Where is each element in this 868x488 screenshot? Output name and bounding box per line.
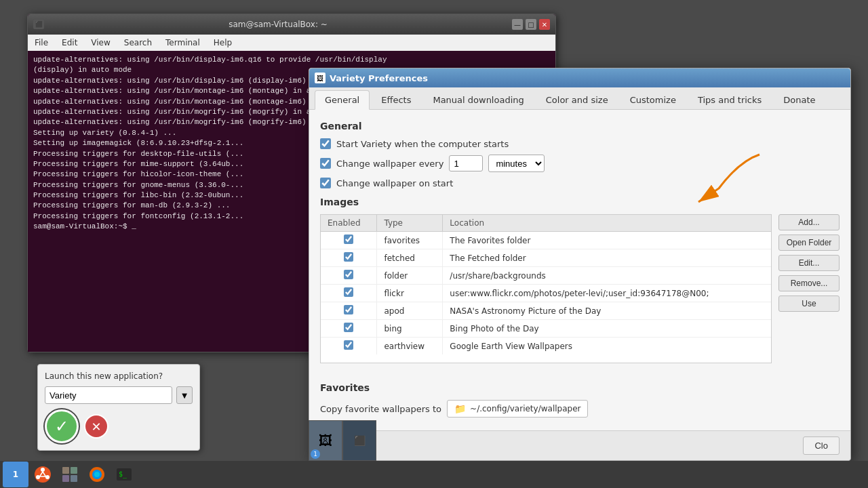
row-enabled-checkbox[interactable] xyxy=(344,287,353,297)
change-wallpaper-checkbox[interactable] xyxy=(320,158,331,169)
table-row: favorites The Favorites folder xyxy=(321,232,771,249)
images-table-wrapper: Enabled Type Location favorites The Favo… xyxy=(320,214,772,371)
interval-value-input[interactable] xyxy=(449,155,483,171)
row-location: The Fetched folder xyxy=(443,249,771,267)
row-enabled-checkbox[interactable] xyxy=(344,340,353,350)
col-location: Location xyxy=(443,215,771,232)
add-button[interactable]: Add... xyxy=(778,214,840,230)
variety-icon: 🖼 xyxy=(315,73,326,83)
favorites-row: Copy favorite wallpapers to 📁 ~/.config/… xyxy=(320,400,840,418)
firefox-btn[interactable] xyxy=(84,462,110,487)
table-row: fetched The Fetched folder xyxy=(321,249,771,267)
tab-tips-and-tricks[interactable]: Tips and tricks xyxy=(688,90,772,109)
table-row: bing Bing Photo of the Day xyxy=(321,320,771,338)
row-location: Google Earth View Wallpapers xyxy=(443,338,771,355)
row-type: favorites xyxy=(377,232,443,249)
variety-tabs: General Effects Manual downloading Color… xyxy=(309,87,850,110)
favorites-section-title: Favorites xyxy=(320,382,840,393)
terminal-menu-terminal[interactable]: Terminal xyxy=(161,37,204,49)
col-enabled: Enabled xyxy=(321,215,377,232)
launch-app-input[interactable] xyxy=(45,386,172,404)
gallery-thumbnail-btn[interactable] xyxy=(57,462,83,487)
tab-effects[interactable]: Effects xyxy=(371,90,421,109)
images-area: Enabled Type Location favorites The Favo… xyxy=(320,214,840,371)
change-on-start-row: Change wallpaper on start xyxy=(320,178,840,188)
interval-unit-select[interactable]: minutes seconds hours days xyxy=(488,155,545,172)
row-type: fetched xyxy=(377,249,443,267)
table-row: earthview Google Earth View Wallpapers xyxy=(321,338,771,355)
start-on-boot-label: Start Variety when the computer starts xyxy=(336,139,509,149)
images-table-container: Enabled Type Location favorites The Favo… xyxy=(320,214,772,363)
row-type: flickr xyxy=(377,285,443,302)
change-wallpaper-row: Change wallpaper every minutes seconds h… xyxy=(320,155,840,172)
terminal-side-btn[interactable]: ⬛ xyxy=(33,20,44,29)
terminal-close-btn[interactable]: ✕ xyxy=(539,19,550,30)
tab-manual-downloading[interactable]: Manual downloading xyxy=(422,90,534,109)
change-on-start-checkbox[interactable] xyxy=(320,178,331,188)
tab-customize[interactable]: Customize xyxy=(620,90,686,109)
row-type: folder xyxy=(377,267,443,285)
variety-title: Variety Preferences xyxy=(330,73,428,83)
svg-text:$_: $_ xyxy=(119,470,127,479)
svg-rect-7 xyxy=(62,475,69,482)
row-enabled-checkbox[interactable] xyxy=(344,305,353,314)
ubuntu-logo-btn[interactable] xyxy=(30,462,56,487)
start-on-boot-checkbox[interactable] xyxy=(320,138,331,149)
variety-thumbnails: 🖼 1 ⬛ xyxy=(309,420,376,461)
change-wallpaper-label: Change wallpaper every xyxy=(336,159,443,169)
svg-point-4 xyxy=(45,475,50,479)
thumbnail-item-1[interactable]: 🖼 1 xyxy=(309,420,342,461)
terminal-taskbar-btn[interactable]: $_ xyxy=(111,462,137,487)
svg-point-3 xyxy=(36,475,40,479)
row-location: /usr/share/backgrounds xyxy=(443,267,771,285)
thumbnail-item-2[interactable]: ⬛ xyxy=(342,420,376,461)
launch-dialog: Launch this new application? ▼ ✓ ✕ xyxy=(37,364,200,451)
close-button[interactable]: Clo xyxy=(803,436,840,455)
launch-dialog-input-row: ▼ xyxy=(45,386,193,404)
row-type: apod xyxy=(377,302,443,320)
favorites-path[interactable]: 📁 ~/.config/variety/wallpaper xyxy=(447,400,588,418)
svg-rect-5 xyxy=(62,467,69,474)
launch-confirm-btn[interactable]: ✓ xyxy=(45,409,79,443)
terminal-menu-help[interactable]: Help xyxy=(210,37,236,49)
tab-donate[interactable]: Donate xyxy=(773,90,825,109)
taskbar: 1 xyxy=(0,461,868,488)
remove-button[interactable]: Remove... xyxy=(778,275,840,291)
terminal-menu-edit[interactable]: Edit xyxy=(58,37,81,49)
col-type: Type xyxy=(377,215,443,232)
terminal-minimize-btn[interactable]: — xyxy=(512,19,523,30)
row-enabled-checkbox[interactable] xyxy=(344,252,353,262)
terminal-menu: File Edit View Search Terminal Help xyxy=(28,35,555,51)
row-enabled-checkbox[interactable] xyxy=(344,235,353,244)
launch-actions: ✓ ✕ xyxy=(45,409,193,443)
terminal-menu-view[interactable]: View xyxy=(87,37,114,49)
edit-button[interactable]: Edit... xyxy=(778,255,840,271)
terminal-controls: — □ ✕ xyxy=(512,19,550,30)
favorites-path-text: ~/.config/variety/wallpaper xyxy=(470,404,580,413)
variety-content: General Start Variety when the computer … xyxy=(309,110,850,430)
row-location: user:www.flickr.com/photos/peter-levi/;u… xyxy=(443,285,771,302)
tab-color-and-size[interactable]: Color and size xyxy=(536,90,618,109)
row-type: earthview xyxy=(377,338,443,355)
row-enabled-checkbox[interactable] xyxy=(344,323,353,332)
use-button[interactable]: Use xyxy=(778,296,840,312)
launch-dialog-title: Launch this new application? xyxy=(45,371,193,381)
images-section-title: Images xyxy=(320,197,840,207)
tab-general[interactable]: General xyxy=(315,90,370,110)
images-table: Enabled Type Location favorites The Favo… xyxy=(321,215,771,354)
favorites-label: Copy favorite wallpapers to xyxy=(320,404,441,414)
terminal-maximize-btn[interactable]: □ xyxy=(526,19,536,30)
terminal-title: sam@sam-VirtualBox: ~ xyxy=(44,20,512,29)
open-folder-button[interactable]: Open Folder xyxy=(778,235,840,251)
folder-icon: 📁 xyxy=(454,403,466,414)
table-row: flickr user:www.flickr.com/photos/peter-… xyxy=(321,285,771,302)
launch-dropdown-btn[interactable]: ▼ xyxy=(176,386,193,404)
terminal-menu-file[interactable]: File xyxy=(31,37,52,49)
terminal-menu-search[interactable]: Search xyxy=(120,37,156,49)
variety-titlebar: 🖼 Variety Preferences xyxy=(309,68,850,87)
row-enabled-checkbox[interactable] xyxy=(344,270,353,279)
row-location: The Favorites folder xyxy=(443,232,771,249)
workspace-1-btn[interactable]: 1 xyxy=(3,462,28,487)
table-row: apod NASA's Astronomy Picture of the Day xyxy=(321,302,771,320)
launch-cancel-btn[interactable]: ✕ xyxy=(84,414,108,439)
